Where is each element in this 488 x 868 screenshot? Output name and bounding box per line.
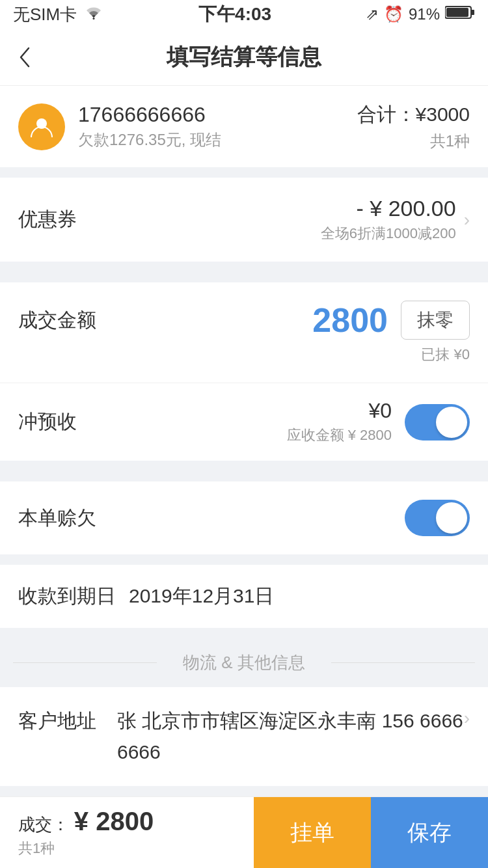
total-amount: 合计：¥3000 [357,102,470,128]
prepay-label: 冲预收 [18,409,77,435]
page-title: 填写结算等信息 [167,42,321,72]
status-time: 下午4:03 [198,2,271,27]
coupon-row[interactable]: 优惠券 - ¥ 200.00 全场6折满1000减200 › [0,178,488,262]
bottom-price: ¥ 2800 [74,807,154,835]
customer-left: 17666666666 欠款1276.35元, 现结 [18,103,221,150]
coupon-desc: 全场6折满1000减200 [321,224,456,243]
prepay-value-group: ¥0 应收金额 ¥ 2800 [287,399,392,445]
status-left: 无SIM卡 [13,3,104,26]
battery-text: 91% [409,5,440,23]
svg-point-0 [93,18,95,20]
svg-rect-2 [471,10,474,15]
logistics-divider: 物流 & 其他信息 [0,638,488,687]
coupon-amount: - ¥ 200.00 [321,196,456,221]
duedate-label: 收款到期日 [18,583,116,610]
bottom-info: 成交： ¥ 2800 共1种 [0,807,254,858]
svg-rect-3 [446,8,468,17]
coupon-label: 优惠券 [18,206,77,233]
logistics-line-left [13,662,157,663]
total-count: 共1种 [357,131,470,152]
toggle-knob [436,407,467,438]
coupon-value: - ¥ 200.00 全场6折满1000减200 [321,196,456,243]
logistics-line-right [331,662,475,663]
bottom-deal-label: 成交： [18,815,69,834]
bottom-deal-line: 成交： ¥ 2800 [18,807,236,836]
page-header: 填写结算等信息 [0,29,488,86]
coupon-right: - ¥ 200.00 全场6折满1000减200 › [321,196,470,243]
divider-1 [0,272,488,282]
save-button[interactable]: 保存 [371,797,488,868]
amount-value: 2800 [312,303,388,337]
prepay-section: 冲预收 ¥0 应收金额 ¥ 2800 [0,383,488,461]
avatar [18,103,65,150]
wifi-icon [83,5,104,25]
status-right: ⇗ ⏰ 91% [366,5,475,23]
address-chevron-icon: › [464,705,470,729]
address-value: 张 北京市市辖区海淀区永丰南 156 6666 6666 [117,705,464,768]
logistics-text: 物流 & 其他信息 [170,651,318,674]
duedate-section: 收款到期日 2019年12月31日 [0,565,488,628]
divider-2 [0,471,488,481]
owning-label: 本单赊欠 [18,505,96,532]
amount-section: 成交金额 2800 抹零 已抹 ¥0 [0,282,488,383]
coupon-chevron-icon: › [464,210,470,230]
battery-icon [445,5,475,23]
owning-toggle[interactable] [405,500,470,536]
location-icon: ⇗ [366,5,379,23]
amount-row: 成交金额 2800 抹零 [18,301,470,340]
customer-info: 17666666666 欠款1276.35元, 现结 [78,103,221,150]
prepay-row: 冲预收 ¥0 应收金额 ¥ 2800 [18,399,470,445]
alarm-icon: ⏰ [384,5,403,23]
customer-card: 17666666666 欠款1276.35元, 现结 合计：¥3000 共1种 [0,86,488,167]
prepay-amount: ¥0 [287,399,392,423]
back-button[interactable] [16,43,34,72]
carrier-text: 无SIM卡 [13,3,77,26]
address-label: 客户地址 [18,705,96,735]
status-bar: 无SIM卡 下午4:03 ⇗ ⏰ 91% [0,0,488,29]
page-content: 17666666666 欠款1276.35元, 现结 合计：¥3000 共1种 … [0,86,488,868]
bottom-count: 共1种 [18,839,236,858]
bottom-bar: 成交： ¥ 2800 共1种 挂单 保存 [0,796,488,868]
round-button[interactable]: 抹零 [401,301,470,340]
amount-right: 2800 抹零 [312,301,470,340]
prepay-right: ¥0 应收金额 ¥ 2800 [287,399,470,445]
customer-phone: 17666666666 [78,103,221,127]
duedate-value: 2019年12月31日 [129,583,274,610]
owning-section: 本单赊欠 [0,481,488,554]
address-section[interactable]: 客户地址 张 北京市市辖区海淀区永丰南 156 6666 6666 › [0,687,488,786]
prepay-toggle[interactable] [405,404,470,441]
prepay-sub: 应收金额 ¥ 2800 [287,426,392,445]
amount-sub: 已抹 ¥0 [18,345,470,364]
bottom-buttons: 挂单 保存 [254,797,488,868]
owning-toggle-knob [436,502,467,534]
pending-button[interactable]: 挂单 [254,797,371,868]
amount-label: 成交金额 [18,307,96,334]
duedate-row: 收款到期日 2019年12月31日 [18,583,470,610]
customer-desc: 欠款1276.35元, 现结 [78,129,221,150]
customer-right: 合计：¥3000 共1种 [357,102,470,152]
